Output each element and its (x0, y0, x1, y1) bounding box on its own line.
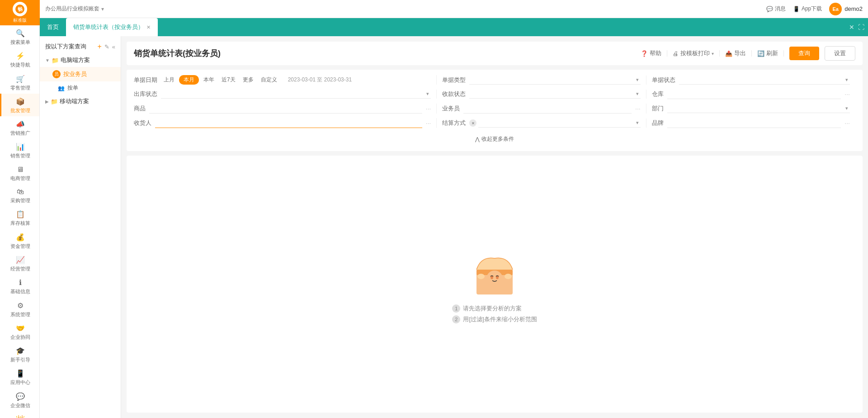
collect-status-arrow-icon: ▾ (636, 91, 639, 97)
plan-mobile-group-header[interactable]: ▶ 📁 移动端方案 (40, 95, 121, 108)
tab-home-label: 首页 (47, 23, 59, 31)
breadcrumb-text: 办公用品行业模拟账套 (45, 5, 99, 13)
plan-item-salesperson[interactable]: 员 按业务员 (40, 67, 121, 81)
avatar: Ea (829, 3, 842, 15)
filter-payment: 结算方式 × ▾ (437, 119, 646, 128)
sidebar-item-quick-nav[interactable]: ⚡ 快捷导航 (0, 48, 39, 71)
left-panel-header: 按以下方案查询 + ✎ « (40, 40, 121, 53)
tab-expand-btn[interactable]: ⛶ (858, 24, 864, 31)
filter-dept: 部门 ▾ (646, 104, 855, 113)
print-dropdown-icon: ▾ (712, 51, 714, 56)
help-btn[interactable]: ❓ 帮助 (641, 49, 661, 57)
consignee-more-icon[interactable]: ··· (426, 119, 431, 127)
payment-x-btn[interactable]: × (469, 119, 476, 127)
salesperson-more-icon[interactable]: ··· (635, 105, 641, 112)
sidebar-logo[interactable]: 畅 标准版 (0, 0, 40, 25)
filter-goods: 商品 ··· (134, 104, 437, 114)
doc-status-label: 单据状态 (652, 76, 675, 84)
divider1 (667, 50, 667, 57)
tab-sales-stat-label: 销货单统计表（按业务员） (73, 23, 144, 31)
brand-input[interactable] (667, 118, 841, 128)
sidebar-item-search[interactable]: 🔍 搜索菜单 (0, 25, 39, 48)
warehouse-input[interactable] (667, 89, 841, 99)
collapse-btn[interactable]: ⋀ 收起更多条件 (475, 135, 514, 143)
sidebar-item-ops-label: 经营管理 (10, 266, 30, 272)
filter-doc-status: 单据状态 ▾ (646, 76, 855, 85)
plan-desktop-group-header[interactable]: ▼ 📁 电脑端方案 (40, 53, 121, 67)
goods-input[interactable] (149, 104, 422, 114)
date-tab-last-month[interactable]: 上月 (161, 75, 177, 85)
newbie-icon: 🎓 (16, 347, 25, 355)
topbar-app-btn[interactable]: 📱 App下载 (793, 5, 822, 13)
template-print-btn[interactable]: 🖨 按模板打印 ▾ (673, 49, 714, 57)
filter-row-1: 单据日期 上月 本月 本年 近7天 更多 自定义 2023-03-01 至 20… (134, 75, 855, 85)
sidebar-item-quick-nav-label: 快捷导航 (10, 62, 30, 68)
date-tab-custom[interactable]: 自定义 (258, 75, 280, 85)
divider2 (719, 50, 720, 57)
topbar-user[interactable]: Ea demo2 (829, 3, 863, 15)
sidebar-item-retail[interactable]: 🛒 零售管理 (0, 71, 39, 94)
sidebar-item-marketing[interactable]: 📣 营销推广 (0, 116, 39, 139)
brand-more-icon[interactable]: ··· (844, 119, 850, 127)
collect-status-label: 收款状态 (442, 90, 466, 98)
divider4 (783, 50, 784, 57)
page-actions: ❓ 帮助 🖨 按模板打印 ▾ 📤 导出 (641, 46, 855, 61)
collapse-panel-btn[interactable]: « (112, 43, 115, 50)
sidebar-item-member[interactable]: 👑 畅会员 (0, 411, 39, 418)
sidebar-item-corp-wechat[interactable]: 💬 企业微信 (0, 389, 39, 411)
edit-plan-btn[interactable]: ✎ (104, 43, 109, 50)
sidebar-item-basic-label: 基础信息 (10, 288, 30, 294)
goods-more-icon[interactable]: ··· (426, 105, 431, 112)
plan-salesperson-icon: 员 (52, 70, 61, 78)
date-tab-7days[interactable]: 近7天 (219, 75, 238, 85)
tab-home[interactable]: 首页 (40, 18, 66, 36)
doc-status-select[interactable]: ▾ (679, 76, 850, 85)
date-tabs: 上月 本月 本年 近7天 更多 自定义 (161, 75, 280, 85)
plan-sub-item-by-order[interactable]: 👥 按单 (40, 81, 121, 95)
sidebar-item-finance[interactable]: 💰 资金管理 (0, 229, 39, 252)
doc-type-select[interactable]: ▾ (469, 76, 640, 85)
right-panel: 销货单统计表(按业务员) ❓ 帮助 🖨 按模板打印 ▾ 📤 (121, 36, 868, 418)
dept-select[interactable]: ▾ (667, 104, 850, 113)
tip2-text: 用[过滤]条件来缩小分析范围 (463, 315, 537, 323)
tab-close-icon[interactable]: ✕ (146, 24, 151, 30)
topbar-msg-btn[interactable]: 💬 消息 (766, 5, 786, 13)
settings-button[interactable]: 设置 (825, 46, 855, 61)
left-panel-actions: + ✎ « (97, 43, 115, 51)
msg-label: 消息 (775, 5, 786, 13)
sidebar-item-ops[interactable]: 📈 经营管理 (0, 252, 39, 275)
sidebar-item-purchase-label: 采购管理 (10, 197, 30, 204)
sidebar-item-ecom-label: 电商管理 (10, 175, 30, 181)
sidebar-item-purchase[interactable]: 🛍 采购管理 (0, 184, 39, 206)
tab-sales-stat[interactable]: 销货单统计表（按业务员） ✕ (66, 18, 158, 36)
date-tab-more[interactable]: 更多 (240, 75, 256, 85)
consignee-input[interactable] (155, 118, 422, 128)
sidebar-item-basic[interactable]: ℹ 基础信息 (0, 275, 39, 297)
warehouse-more-icon[interactable]: ··· (844, 90, 850, 98)
date-tab-this-year[interactable]: 本年 (201, 75, 217, 85)
quick-nav-icon: ⚡ (16, 52, 25, 60)
plan-desktop-group: ▼ 📁 电脑端方案 员 按业务员 👥 按单 (40, 53, 121, 95)
payment-select[interactable]: ▾ (478, 119, 640, 128)
sidebar-item-inventory[interactable]: 📋 库存核算 (0, 206, 39, 229)
sidebar-item-system-label: 系统管理 (10, 311, 30, 318)
export-btn[interactable]: 📤 导出 (725, 49, 746, 57)
sidebar-item-sales-mgmt[interactable]: 📊 销售管理 (0, 139, 39, 162)
collect-status-select[interactable]: ▾ (469, 90, 640, 99)
salesperson-input[interactable] (463, 104, 632, 114)
sidebar-item-wholesale[interactable]: 📦 批发管理 (0, 94, 39, 116)
purchase-icon: 🛍 (17, 188, 24, 196)
refresh-btn[interactable]: 🔄 刷新 (757, 49, 778, 57)
sidebar-item-ecom[interactable]: 🖥 电商管理 (0, 162, 39, 184)
warehouse-label: 仓库 (652, 90, 664, 98)
sidebar-item-collab[interactable]: 🤝 企业协同 (0, 320, 39, 343)
sidebar-item-app-center[interactable]: 📱 应用中心 (0, 366, 39, 388)
query-button[interactable]: 查询 (789, 47, 819, 60)
out-status-select[interactable]: ▾ (161, 90, 431, 99)
add-plan-btn[interactable]: + (97, 43, 101, 51)
sidebar-item-newbie[interactable]: 🎓 新手引导 (0, 343, 39, 366)
date-tab-this-month[interactable]: 本月 (179, 75, 199, 85)
tab-close-all-btn[interactable]: ✕ (849, 24, 854, 31)
breadcrumb-dropdown-icon[interactable]: ▾ (101, 6, 104, 12)
sidebar-item-system[interactable]: ⚙ 系统管理 (0, 298, 39, 320)
